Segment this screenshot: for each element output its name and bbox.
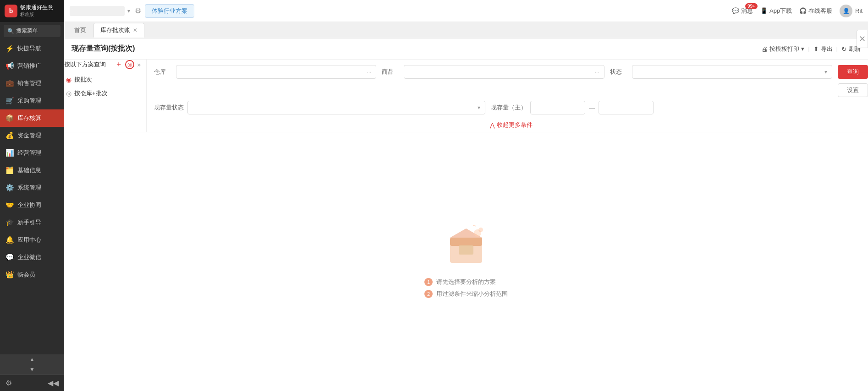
sidebar-item-app-center[interactable]: 🔔 应用中心	[0, 231, 64, 249]
filter-collapse-icon[interactable]: »	[137, 61, 141, 68]
settings-icon[interactable]: ⚙	[5, 379, 12, 387]
sidebar-item-basics[interactable]: 🗂️ 基础信息	[0, 162, 64, 179]
search-menu-label: 搜索菜单	[16, 27, 38, 35]
topbar-search-input[interactable]	[70, 6, 125, 16]
inventory-status-input[interactable]: ▾	[187, 101, 485, 114]
sales-icon: 💼	[5, 79, 14, 87]
filter-option-icon: ◎	[66, 90, 71, 97]
online-service-action[interactable]: 🎧 在线客服	[799, 7, 832, 15]
avatar: 👤	[840, 5, 852, 17]
warehouse-more-btn[interactable]: ···	[367, 69, 371, 75]
message-icon: 💬	[732, 7, 739, 14]
warehouse-input[interactable]: ···	[176, 65, 376, 79]
export-button[interactable]: ⬆ 导出	[813, 45, 833, 53]
filter-option-by-warehouse-batch[interactable]: ◎ 按仓库+批次	[64, 87, 141, 100]
sidebar-item-marketing[interactable]: 📢 营销推广	[0, 57, 64, 75]
sidebar-item-inventory[interactable]: 📦 库存核算	[0, 109, 64, 127]
empty-illustration	[439, 222, 494, 269]
filter-sidebar-actions: ＋ ◎ »	[115, 60, 141, 69]
svg-rect-3	[459, 245, 473, 255]
topbar-right: 💬 消息 99+ 📱 App下载 🎧 在线客服 👤 Rit	[732, 5, 863, 17]
tab-close-icon[interactable]: ✕	[133, 27, 137, 33]
settings-button[interactable]: 设置	[838, 83, 868, 97]
messages-badge: 99+	[745, 3, 758, 9]
product-more-btn[interactable]: ···	[595, 69, 599, 75]
status-dropdown-icon[interactable]: ▾	[824, 69, 827, 75]
app-edition: 标准版	[20, 11, 53, 18]
sidebar-item-finance[interactable]: 💰 资金管理	[0, 127, 64, 144]
query-button[interactable]: 查询	[838, 65, 868, 79]
sidebar-item-quick-nav[interactable]: ⚡ 快捷导航	[0, 40, 64, 57]
inventory-status-label: 现存量状态	[154, 103, 184, 112]
product-label: 商品	[382, 68, 400, 76]
filter-add-icon[interactable]: ＋	[115, 60, 122, 69]
filter-sidebar-title: 按以下方案查询	[64, 60, 106, 69]
collapse-conditions-btn[interactable]: ⋀ 收起更多条件	[154, 118, 868, 132]
headset-icon: 🎧	[799, 7, 807, 14]
sidebar-scroll-up[interactable]: ▲	[0, 354, 64, 364]
sidebar-item-purchase[interactable]: 🛒 采购管理	[0, 92, 64, 109]
app-title: 畅康通好生意	[20, 4, 53, 11]
sidebar-item-system[interactable]: ⚙️ 系统管理	[0, 179, 64, 196]
product-input[interactable]: ···	[404, 65, 604, 79]
sidebar-item-member[interactable]: 👑 畅会员	[0, 266, 64, 283]
step-2-num: 2	[424, 290, 433, 298]
filter-option-by-batch[interactable]: ◉ 按批次	[64, 73, 141, 87]
search-menu-btn[interactable]: 🔍 搜索菜单	[4, 25, 60, 37]
tab-home[interactable]: 首页	[68, 23, 93, 37]
warehouse-field: 仓库 ···	[154, 65, 376, 79]
online-service-label: 在线客服	[808, 7, 832, 15]
filter-sidebar-header: 按以下方案查询 ＋ ◎ »	[64, 60, 141, 69]
inventory-quantity-field: 现存量（主） —	[491, 101, 822, 114]
close-panel-button[interactable]: ✕	[857, 30, 868, 48]
enterprise-icon: 🤝	[5, 201, 14, 209]
finance-icon: 💰	[5, 131, 14, 140]
filter-area: 按以下方案查询 ＋ ◎ » ◉ 按批次 ◎ 按仓库+批次	[64, 60, 868, 132]
inventory-status-dropdown-icon[interactable]: ▾	[478, 104, 480, 111]
product-field: 商品 ···	[382, 65, 604, 79]
filter-row-2: 现存量状态 ▾ 现存量（主） —	[154, 101, 868, 118]
print-button[interactable]: 🖨 按模板打印 ▾	[761, 45, 804, 53]
marketing-icon: 📢	[5, 62, 14, 70]
empty-step-2: 2 用过滤条件来缩小分析范围	[424, 290, 508, 298]
tab-inventory-batch[interactable]: 库存批次账 ✕	[93, 23, 144, 38]
tab-inventory-batch-label: 库存批次账	[100, 26, 130, 34]
sidebar-item-wechat[interactable]: 💬 企业微信	[0, 249, 64, 266]
sidebar-item-label: 系统管理	[17, 184, 41, 192]
industry-solution-button[interactable]: 体验行业方案	[145, 4, 194, 18]
app-center-icon: 🔔	[5, 236, 14, 244]
content-area: 现存量查询(按批次) 🖨 按模板打印 ▾ | ⬆ 导出 | ↻ 刷新	[64, 38, 868, 391]
user-area[interactable]: 👤 Rit	[840, 5, 863, 17]
inventory-quantity-label: 现存量（主）	[491, 103, 527, 112]
sidebar-item-sales[interactable]: 💼 销售管理	[0, 75, 64, 92]
quantity-separator: —	[589, 104, 595, 111]
step-2-text: 用过滤条件来缩小分析范围	[436, 290, 508, 298]
messages-action[interactable]: 💬 消息 99+	[732, 7, 753, 15]
sidebar-item-newbie[interactable]: 🎓 新手引导	[0, 214, 64, 231]
sidebar-item-operations[interactable]: 📊 经营管理	[0, 144, 64, 162]
empty-state: 1 请先选择要分析的方案 2 用过滤条件来缩小分析范围	[64, 132, 868, 391]
sidebar-item-label: 企业协同	[17, 201, 41, 209]
status-label: 状态	[610, 68, 628, 76]
collapse-icon[interactable]: ◀◀	[48, 379, 59, 387]
sidebar-item-enterprise[interactable]: 🤝 企业协同	[0, 196, 64, 214]
basics-icon: 🗂️	[5, 166, 14, 174]
inventory-quantity-to-input[interactable]	[599, 101, 654, 114]
step-1-num: 1	[424, 278, 433, 286]
topbar-chevron-icon[interactable]: ▾	[127, 8, 130, 14]
status-field: 状态 ▾	[610, 65, 832, 79]
phone-icon: 📱	[760, 7, 768, 14]
app-logo: b	[5, 5, 17, 17]
inventory-quantity-from-input[interactable]	[530, 101, 585, 114]
sidebar-item-label: 经营管理	[17, 149, 41, 157]
status-input[interactable]: ▾	[632, 65, 832, 79]
page-actions: 🖨 按模板打印 ▾ | ⬆ 导出 | ↻ 刷新	[761, 45, 861, 53]
filter-main: 仓库 ··· 商品 ···	[147, 60, 868, 132]
topbar-gear-icon[interactable]: ⚙	[135, 6, 141, 15]
filter-settings-icon[interactable]: ◎	[125, 60, 134, 69]
sidebar-item-label: 基础信息	[17, 166, 41, 174]
tab-home-label: 首页	[74, 26, 86, 34]
sidebar-scroll-down[interactable]: ▼	[0, 364, 64, 375]
empty-step-1: 1 请先选择要分析的方案	[424, 278, 508, 286]
app-download-action[interactable]: 📱 App下载	[760, 7, 792, 15]
